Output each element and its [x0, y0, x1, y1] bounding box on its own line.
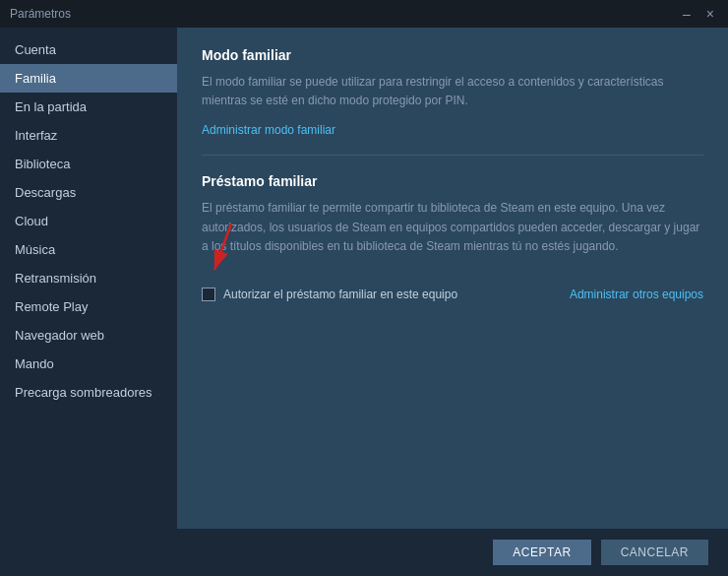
- familiar-loan-description: El préstamo familiar te permite comparti…: [202, 199, 703, 256]
- authorize-loan-checkbox[interactable]: [202, 288, 215, 301]
- section-divider: [202, 155, 703, 156]
- titlebar: Parámetros – ×: [0, 0, 728, 28]
- sidebar: Cuenta Familia En la partida Interfaz Bi…: [0, 28, 177, 529]
- main-window: Parámetros – × Cuenta Familia En la part…: [0, 0, 728, 576]
- sidebar-item-precarga-sombreadores[interactable]: Precarga sombreadores: [0, 378, 177, 407]
- loan-checkbox-section: Autorizar el préstamo familiar en este e…: [202, 268, 703, 301]
- familiar-loan-title: Préstamo familiar: [202, 173, 703, 189]
- close-button[interactable]: ×: [702, 6, 718, 22]
- manage-familiar-mode-link[interactable]: Administrar modo familiar: [202, 123, 335, 137]
- loan-row: Autorizar el préstamo familiar en este e…: [202, 288, 703, 301]
- footer: ACEPTAR CANCELAR: [0, 529, 728, 576]
- manage-other-devices-link[interactable]: Administrar otros equipos: [570, 288, 703, 301]
- familiar-mode-description: El modo familiar se puede utilizar para …: [202, 73, 703, 110]
- sidebar-item-musica[interactable]: Música: [0, 235, 177, 264]
- sidebar-item-biblioteca[interactable]: Biblioteca: [0, 150, 177, 178]
- authorize-loan-container: Autorizar el préstamo familiar en este e…: [202, 288, 457, 301]
- accept-button[interactable]: ACEPTAR: [493, 540, 590, 565]
- sidebar-item-remote-play[interactable]: Remote Play: [0, 292, 177, 321]
- settings-panel: Modo familiar El modo familiar se puede …: [177, 28, 728, 529]
- sidebar-item-en-la-partida[interactable]: En la partida: [0, 93, 177, 121]
- familiar-mode-section: Modo familiar El modo familiar se puede …: [202, 47, 703, 137]
- familiar-loan-section: Préstamo familiar El préstamo familiar t…: [202, 173, 703, 301]
- sidebar-item-cloud[interactable]: Cloud: [0, 207, 177, 235]
- sidebar-item-retransmision[interactable]: Retransmisión: [0, 264, 177, 292]
- sidebar-item-familia[interactable]: Familia: [0, 64, 177, 93]
- sidebar-item-cuenta[interactable]: Cuenta: [0, 35, 177, 64]
- sidebar-item-interfaz[interactable]: Interfaz: [0, 121, 177, 150]
- cancel-button[interactable]: CANCELAR: [601, 540, 708, 565]
- sidebar-item-descargas[interactable]: Descargas: [0, 178, 177, 207]
- sidebar-item-navegador-web[interactable]: Navegador web: [0, 321, 177, 350]
- window-title: Parámetros: [10, 7, 71, 21]
- sidebar-item-mando[interactable]: Mando: [0, 350, 177, 378]
- content-area: Cuenta Familia En la partida Interfaz Bi…: [0, 28, 728, 529]
- authorize-loan-label: Autorizar el préstamo familiar en este e…: [223, 288, 457, 301]
- minimize-button[interactable]: –: [679, 6, 695, 22]
- familiar-mode-title: Modo familiar: [202, 47, 703, 63]
- window-controls: – ×: [679, 6, 718, 22]
